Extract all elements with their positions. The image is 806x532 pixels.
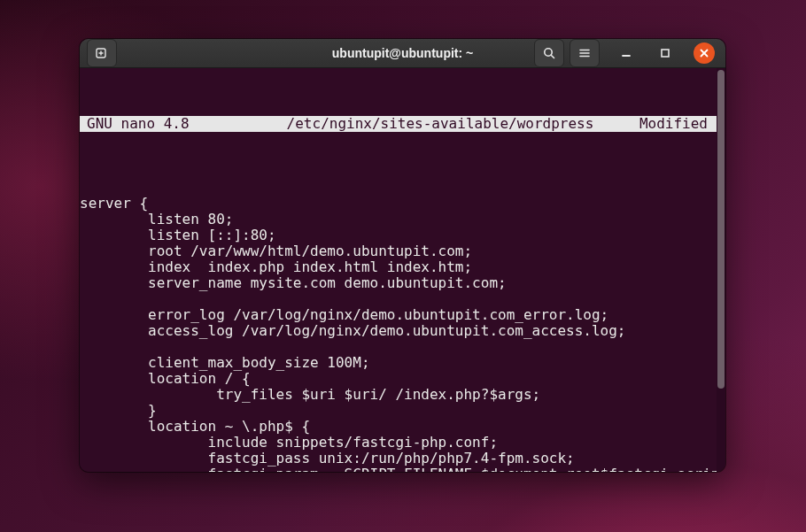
desktop-background: ubuntupit@ubuntupit: ~	[0, 0, 806, 532]
hamburger-icon	[577, 46, 592, 60]
maximize-button[interactable]	[653, 42, 678, 65]
new-tab-button[interactable]	[87, 39, 117, 67]
minimize-icon	[620, 47, 632, 59]
search-button[interactable]	[534, 39, 564, 67]
terminal-content[interactable]: GNU nano 4.8 /etc/nginx/sites-available/…	[80, 68, 717, 472]
close-icon	[699, 48, 709, 58]
terminal-window: ubuntupit@ubuntupit: ~	[80, 39, 725, 472]
menu-button[interactable]	[570, 39, 600, 67]
scrollbar[interactable]	[717, 68, 725, 472]
nano-app-name: GNU nano 4.8	[87, 116, 190, 132]
svg-line-2	[551, 55, 554, 58]
nano-header: GNU nano 4.8 /etc/nginx/sites-available/…	[80, 116, 717, 132]
search-icon	[542, 46, 556, 60]
maximize-icon	[659, 47, 671, 59]
close-button[interactable]	[694, 42, 715, 64]
nano-status: Modified	[639, 116, 708, 132]
terminal-area[interactable]: GNU nano 4.8 /etc/nginx/sites-available/…	[80, 68, 725, 472]
new-tab-icon	[95, 46, 109, 60]
svg-rect-7	[662, 50, 669, 57]
minimize-button[interactable]	[614, 42, 639, 65]
file-content[interactable]: server { listen 80; listen [::]:80; root…	[80, 196, 717, 472]
nano-file-path: /etc/nginx/sites-available/wordpress	[287, 116, 594, 132]
nano-editor-body[interactable]: server { listen 80; listen [::]:80; root…	[80, 180, 717, 472]
titlebar: ubuntupit@ubuntupit: ~	[80, 39, 725, 68]
scrollbar-thumb[interactable]	[717, 70, 725, 389]
